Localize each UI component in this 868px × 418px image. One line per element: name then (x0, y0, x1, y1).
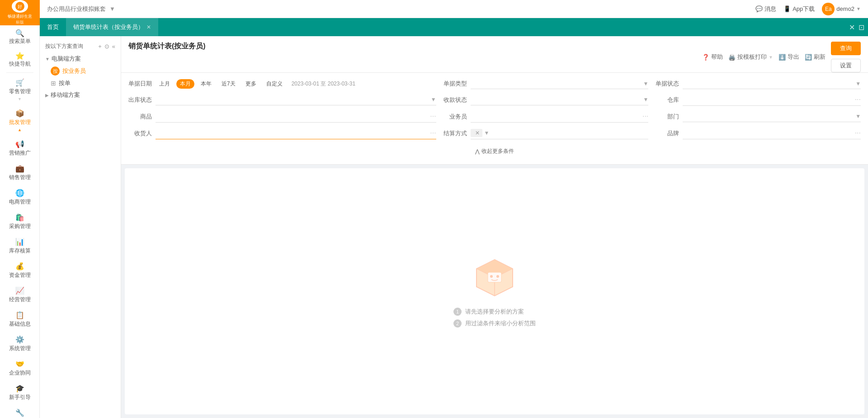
sidebar-item-apps[interactable]: 🔧 应用中心 (0, 405, 40, 418)
order-status-input[interactable] (683, 80, 854, 87)
receiver-label: 收货人 (128, 129, 152, 138)
delivery-label: 出库状态 (128, 96, 152, 104)
date-last-month[interactable]: 上月 (156, 79, 174, 89)
tree-by-order[interactable]: ⊞ 按单 (40, 77, 121, 89)
tip-num-1: 1 (453, 308, 462, 316)
sidebar: 好 畅捷通好生意 标版 🔍 搜索菜单 ⭐ 快捷导航 🛒 零售管理 ▼ 📦 批发管… (0, 0, 40, 418)
tree-by-sales[interactable]: 按 按业务员 (40, 65, 121, 77)
department-dropdown-icon[interactable]: ▼ (855, 113, 861, 119)
tree-by-order-label: 按单 (59, 79, 71, 87)
filter-brand: 品牌 ··· (656, 127, 861, 139)
order-type-input[interactable] (471, 80, 642, 87)
salesperson-input[interactable] (471, 113, 641, 120)
delivery-input[interactable] (156, 96, 429, 103)
sidebar-item-enterprise[interactable]: 🤝 企业协同 (0, 356, 40, 380)
warehouse-input[interactable] (683, 96, 853, 103)
warehouse-more-icon[interactable]: ··· (855, 95, 861, 104)
tip-num-2: 2 (453, 319, 462, 328)
export-icon: ⬇️ (778, 54, 786, 61)
template-print-btn[interactable]: 🖨️ 按模板打印 ▼ (728, 53, 773, 61)
content-area: 按以下方案查询 + ⊙ « ▼ 电脑端方案 按 按业务员 ⊞ 按单 ▶ (40, 36, 868, 418)
tab-close-btn[interactable]: ✕ (146, 24, 151, 30)
sidebar-item-newbie[interactable]: 🎓 新手引导 (0, 380, 40, 405)
order-type-control: ▼ (471, 78, 649, 89)
tab-restore-btn[interactable]: ⊡ (859, 23, 864, 32)
sidebar-item-inventory[interactable]: 📊 库存核算 (0, 234, 40, 258)
quick-nav[interactable]: ⭐ 快捷导航 (9, 49, 31, 71)
tab-sales-stat[interactable]: 销货单统计表（按业务员） ✕ (66, 18, 158, 36)
tree-desktop[interactable]: ▼ 电脑端方案 (40, 53, 121, 65)
search-menu[interactable]: 🔍 搜索菜单 (9, 25, 31, 49)
sidebar-item-retail[interactable]: 🛒 零售管理 ▼ (0, 75, 40, 105)
tabbar-right: ✕ ⊡ (849, 23, 868, 32)
sidebar-item-system[interactable]: ⚙️ 系统管理 (0, 332, 40, 356)
tree-by-sales-label: 按业务员 (62, 67, 86, 75)
sidebar-item-sales[interactable]: 💼 销售管理 (0, 161, 40, 185)
date-this-month[interactable]: 本月 (176, 79, 194, 89)
help-icon: ❓ (702, 54, 709, 61)
department-input[interactable] (683, 113, 854, 120)
tip-text-2: 用过滤条件来缩小分析范围 (465, 319, 536, 328)
left-panel-icons: + ⊙ « (98, 43, 115, 50)
order-status-control: ▼ (683, 78, 861, 89)
add-scheme-btn[interactable]: + (98, 43, 102, 50)
sidebar-item-wholesale[interactable]: 📦 批发管理 ▲ (0, 105, 40, 136)
settlement-tag-close[interactable]: ✕ (475, 130, 480, 136)
salesperson-label: 业务员 (443, 113, 467, 121)
query-button[interactable]: 查询 (831, 42, 861, 55)
product-input[interactable] (156, 113, 428, 120)
logo-icon: 好 (12, 0, 28, 13)
brand-more-icon[interactable]: ··· (855, 129, 861, 137)
date-custom[interactable]: 自定义 (263, 79, 286, 89)
message-btn[interactable]: 💬 消息 (755, 5, 776, 13)
filter-order-type: 单据类型 ▼ (443, 78, 649, 89)
collapse-filter-btn[interactable]: ⋀ 收起更多条件 (128, 144, 861, 159)
edit-scheme-btn[interactable]: ⊙ (104, 43, 109, 50)
tree-expand-arrow: ▼ (45, 57, 50, 62)
app-logo: 好 畅捷通好生意 标版 (0, 0, 40, 25)
tree-mobile[interactable]: ▶ 移动端方案 (40, 89, 121, 101)
tab-home[interactable]: 首页 (40, 18, 66, 36)
date-label: 单据日期 (128, 80, 152, 88)
help-btn[interactable]: ❓ 帮助 (702, 53, 723, 61)
delivery-dropdown-icon[interactable]: ▼ (431, 96, 436, 103)
product-control: ··· (156, 110, 436, 123)
user-dropdown-icon: ▼ (856, 6, 861, 11)
product-more-icon[interactable]: ··· (430, 112, 436, 120)
filter-salesperson: 业务员 ··· (443, 110, 649, 123)
date-this-year[interactable]: 本年 (197, 79, 215, 89)
export-btn[interactable]: ⬇️ 导出 (778, 53, 799, 61)
payment-dropdown-icon[interactable]: ▼ (643, 96, 648, 103)
empty-tip-2: 2 用过滤条件来缩小分析范围 (453, 319, 536, 328)
app-download-btn[interactable]: 📱 App下载 (783, 5, 815, 13)
order-type-dropdown-icon[interactable]: ▼ (643, 81, 648, 87)
empty-state: 1 请先选择要分析的方案 2 用过滤条件来缩小分析范围 (125, 168, 864, 414)
filter-product: 商品 ··· (128, 110, 436, 123)
sidebar-item-purchase[interactable]: 🛍️ 采购管理 (0, 209, 40, 234)
user-menu[interactable]: Ea demo2 ▼ (822, 3, 861, 15)
page-header: 销货单统计表(按业务员) ❓ 帮助 🖨️ 按模板打印 ▼ ⬇️ 导出 (121, 36, 868, 73)
tabbar: 首页 销货单统计表（按业务员） ✕ ✕ ⊡ (40, 18, 868, 36)
collapse-panel-btn[interactable]: « (112, 43, 115, 50)
brand-input[interactable] (683, 130, 853, 137)
sidebar-item-ecommerce[interactable]: 🌐 电商管理 (0, 185, 40, 209)
receiver-more-icon[interactable]: ··· (430, 129, 436, 137)
settings-button[interactable]: 设置 (831, 59, 861, 72)
sidebar-item-finance[interactable]: 💰 资金管理 (0, 258, 40, 283)
sidebar-item-basic[interactable]: 📋 基础信息 (0, 307, 40, 332)
sidebar-item-operations[interactable]: 📈 经营管理 (0, 283, 40, 307)
settlement-dropdown-icon[interactable]: ▼ (484, 130, 490, 136)
sidebar-item-marketing[interactable]: 📢 营销推广 (0, 136, 40, 161)
tree-desktop-label: 电脑端方案 (52, 55, 81, 63)
salesperson-more-icon[interactable]: ··· (642, 112, 648, 120)
tab-close-all-btn[interactable]: ✕ (849, 23, 855, 32)
order-status-dropdown-icon[interactable]: ▼ (855, 81, 861, 87)
workspace-dropdown-icon[interactable]: ▼ (109, 5, 115, 12)
date-last7[interactable]: 近7天 (218, 79, 239, 89)
payment-input[interactable] (471, 96, 642, 103)
print-dropdown-icon: ▼ (769, 55, 773, 60)
date-more[interactable]: 更多 (242, 79, 260, 89)
filter-date: 单据日期 上月 本月 本年 近7天 更多 自定义 2023-03-01 至 20… (128, 79, 436, 89)
refresh-btn[interactable]: 🔄 刷新 (805, 53, 826, 61)
receiver-input[interactable] (156, 130, 428, 137)
